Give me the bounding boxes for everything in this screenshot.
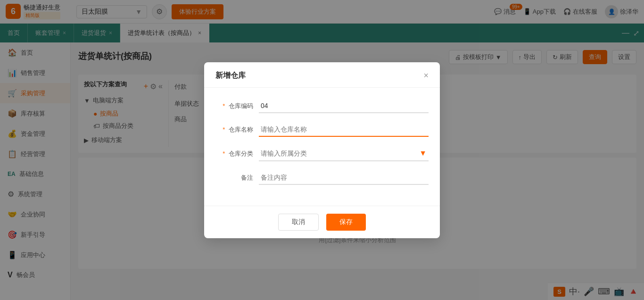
- code-label: * 仓库编码: [215, 102, 253, 110]
- note-label: 备注: [215, 174, 253, 182]
- category-input[interactable]: [261, 150, 419, 157]
- form-row-name: * 仓库名称: [215, 123, 429, 137]
- modal-overlay: 新增仓库 × * 仓库编码 * 仓库名称: [0, 0, 644, 300]
- form-row-note: 备注: [215, 171, 429, 185]
- required-star-code: *: [223, 102, 225, 109]
- warehouse-code-input[interactable]: [259, 99, 429, 113]
- category-select-row: ▼: [259, 146, 429, 161]
- modal-close-button[interactable]: ×: [423, 71, 429, 80]
- required-star-cat: *: [223, 150, 225, 157]
- cancel-button[interactable]: 取消: [278, 214, 319, 231]
- form-row-category: * 仓库分类 ▼: [215, 146, 429, 161]
- required-star-name: *: [223, 126, 225, 133]
- modal-body: * 仓库编码 * 仓库名称 * 仓库分类: [204, 88, 440, 206]
- modal-title: 新增仓库: [215, 71, 246, 81]
- category-dropdown-arrow[interactable]: ▼: [419, 149, 427, 158]
- warehouse-name-input[interactable]: [259, 123, 429, 137]
- note-input[interactable]: [259, 171, 429, 185]
- name-label: * 仓库名称: [215, 125, 253, 134]
- new-warehouse-modal: 新增仓库 × * 仓库编码 * 仓库名称: [204, 62, 440, 238]
- save-button[interactable]: 保存: [326, 214, 366, 231]
- category-label: * 仓库分类: [215, 150, 253, 158]
- form-row-code: * 仓库编码: [215, 99, 429, 113]
- modal-footer: 取消 保存: [204, 206, 440, 238]
- modal-header: 新增仓库 ×: [204, 62, 440, 88]
